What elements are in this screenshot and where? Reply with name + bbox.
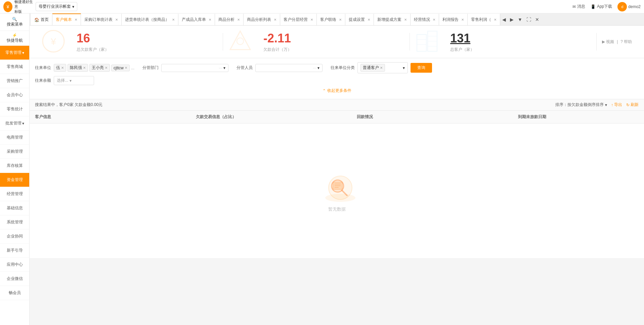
- video-link[interactable]: ▶ 视频: [602, 39, 614, 45]
- sidebar-item-member[interactable]: 会员中心: [0, 88, 29, 102]
- unit-tag-wu[interactable]: 伍 ✕: [54, 64, 66, 72]
- unit-tag-wu-close[interactable]: ✕: [61, 66, 64, 70]
- tab-close-propose-settings[interactable]: ✕: [368, 18, 370, 22]
- unit-tag-chen-close[interactable]: ✕: [83, 66, 86, 70]
- sidebar-item-label: 应用中心: [7, 262, 23, 267]
- sidebar-item-system[interactable]: 系统管理: [0, 215, 29, 229]
- tab-close-product-analysis[interactable]: ✕: [237, 18, 240, 22]
- tab-product-analysis[interactable]: 商品分析 ✕: [215, 13, 244, 25]
- tab-product-instock[interactable]: 产成品入库单 ✕: [178, 13, 215, 25]
- tab-fullscreen[interactable]: ⛶: [524, 17, 533, 22]
- sidebar-item-label: 畅会员: [9, 290, 21, 295]
- unit-type-select[interactable]: 普通客户 ✕ ▾: [357, 62, 408, 73]
- tab-close-product-instock[interactable]: ✕: [209, 18, 211, 22]
- message-action[interactable]: ✉ 消息: [572, 4, 585, 9]
- tab-close-retail-profit[interactable]: ✕: [494, 18, 497, 22]
- balance-select[interactable]: 选择... ▾: [54, 76, 94, 85]
- unit-type-tag-close[interactable]: ✕: [380, 66, 383, 70]
- chevron-down-icon-3: ▾: [403, 66, 405, 70]
- tab-new-propose[interactable]: 新增提成方案 ✕: [374, 13, 411, 25]
- sidebar-item-enterprise-wechat[interactable]: 企业微信: [0, 272, 29, 286]
- col-header-date: 到期未放款日期: [518, 114, 639, 120]
- sidebar-item-retail-mall[interactable]: 零售商城: [0, 60, 29, 74]
- sidebar-item-ecommerce[interactable]: 电商管理: [0, 131, 29, 145]
- sidebar-item-new-guide[interactable]: 新手引导: [0, 244, 29, 258]
- sidebar-item-wholesale[interactable]: 批发管理 ▾: [0, 116, 29, 131]
- sort-select[interactable]: 排序：按欠款金额倒序排序 ▾: [555, 102, 607, 108]
- balance-label: 往来余额: [35, 78, 51, 83]
- table-header: 客户信息 欠款交易信息（占比） 回款情况 到期未放款日期: [30, 111, 644, 123]
- unit-tag-wang[interactable]: 王小亮 ✕: [89, 64, 110, 72]
- dept-select[interactable]: ··· ▾: [161, 64, 228, 72]
- sidebar-item-basic-info[interactable]: 基础信息: [0, 201, 29, 215]
- tab-customer-tier[interactable]: 客户分层经营 ✕: [280, 13, 317, 25]
- tab-close-new-propose[interactable]: ✕: [404, 18, 407, 22]
- tab-nav-right[interactable]: ▶: [508, 17, 516, 22]
- tab-close-customer-book[interactable]: ✕: [75, 18, 77, 22]
- tab-home[interactable]: 🏠 首页: [31, 13, 52, 25]
- logo-text: 畅捷通好生意 标版: [14, 0, 33, 14]
- tab-propose-settings[interactable]: 提成设置 ✕: [345, 13, 374, 25]
- tab-profit-report[interactable]: 利润报告 ✕: [439, 13, 468, 25]
- data-table: 客户信息 欠款交易信息（占比） 回款情况 到期未放款日期: [30, 111, 644, 258]
- query-button[interactable]: 查询: [411, 63, 432, 73]
- workspace-selector[interactable]: 母婴行业演示帐套 ▾: [36, 2, 77, 11]
- tab-purchase-order-stats[interactable]: 采购订单统计表 ✕: [81, 13, 122, 25]
- home-icon: 🏠: [34, 17, 39, 22]
- message-icon: ✉: [572, 4, 576, 9]
- tab-close-customer-tier[interactable]: ✕: [310, 18, 313, 22]
- sidebar-item-retail[interactable]: 零售管理 ▾: [0, 46, 29, 60]
- unit-tags-more[interactable]: ...: [131, 66, 134, 70]
- user-area[interactable]: d demo2: [617, 2, 641, 11]
- sidebar-item-app-center[interactable]: 应用中心: [0, 258, 29, 272]
- content-area: 🏠 首页 客户账本 ✕ 采购订单统计表 ✕ 进货单统计表（按商品） ✕ 产成品入…: [30, 13, 644, 325]
- tab-close-profit-report[interactable]: ✕: [461, 18, 464, 22]
- person-select[interactable]: ··· ▾: [255, 64, 323, 72]
- unit-tag-cjttcw[interactable]: cjttcw ✕: [111, 65, 130, 71]
- unit-tag-cjttcw-close[interactable]: ✕: [125, 66, 127, 70]
- chevron-down-icon-2: ▾: [317, 66, 319, 70]
- sidebar-item-label: 采购管理: [7, 149, 23, 154]
- unit-type-tag-normal[interactable]: 普通客户 ✕: [360, 64, 385, 72]
- sidebar-item-inventory[interactable]: 库存核算: [0, 159, 29, 173]
- export-button[interactable]: ↑ 导出: [611, 102, 622, 108]
- sidebar-search[interactable]: 🔍 搜索菜单: [0, 13, 29, 31]
- sidebar-item-operations-mgmt[interactable]: 经营管理: [0, 187, 29, 201]
- sidebar-item-label: 基础信息: [7, 206, 23, 210]
- refresh-button[interactable]: ↻ 刷新: [626, 102, 639, 108]
- tab-close-operations[interactable]: ✕: [433, 18, 435, 22]
- sidebar-quicknav[interactable]: ⚡ 快捷导航: [0, 31, 29, 46]
- col-header-repayment: 回款情况: [357, 114, 518, 120]
- tab-retail-profit[interactable]: 零售利润（ ✕: [468, 13, 500, 25]
- more-icon-2: ···: [313, 66, 316, 70]
- tab-product-analysis-list[interactable]: 商品分析列表 ✕: [244, 13, 280, 25]
- tab-menu[interactable]: ▼: [516, 17, 524, 22]
- sidebar-item-enterprise-coop[interactable]: 企业协同: [0, 229, 29, 244]
- unit-tag-chen[interactable]: 陈民强 ✕: [68, 64, 88, 72]
- tab-close-product-analysis-list[interactable]: ✕: [274, 18, 276, 22]
- chevron-down-icon-4: ▾: [70, 78, 72, 83]
- sidebar-item-purchase[interactable]: 采购管理: [0, 145, 29, 159]
- help-link[interactable]: ? 帮助: [620, 39, 632, 45]
- app-download-action[interactable]: 📱 App下载: [591, 4, 612, 9]
- tab-close-all[interactable]: ✕: [533, 17, 541, 22]
- tab-instock-stats[interactable]: 进货单统计表（按商品） ✕: [122, 13, 178, 25]
- tab-close-purchase[interactable]: ✕: [115, 18, 118, 22]
- tab-nav-left[interactable]: ◀: [500, 17, 508, 22]
- sidebar-item-vip-member[interactable]: 畅会员: [0, 286, 29, 300]
- unit-tag-wang-close[interactable]: ✕: [105, 66, 108, 70]
- tab-close-customer-contact[interactable]: ✕: [339, 18, 342, 22]
- results-actions: 排序：按欠款金额倒序排序 ▾ ↑ 导出 ↻ 刷新: [555, 102, 639, 108]
- collapse-button[interactable]: ⌃ 收起更多条件: [323, 88, 351, 94]
- no-data-area: 暂无数据: [30, 123, 644, 258]
- tab-customer-contact[interactable]: 客户联络 ✕: [317, 13, 345, 25]
- tab-close-instock[interactable]: ✕: [172, 18, 175, 22]
- sidebar-item-retail-stats[interactable]: 零售统计: [0, 102, 29, 116]
- sidebar-item-finance[interactable]: 资金管理: [0, 173, 29, 187]
- tab-customer-book[interactable]: 客户账本 ✕: [52, 13, 81, 25]
- sidebar-item-label: 经营管理: [7, 191, 23, 196]
- sidebar-item-label: 会员中心: [7, 93, 23, 97]
- unit-tags: 伍 ✕ 陈民强 ✕ 王小亮 ✕: [54, 64, 134, 72]
- sidebar-item-marketing[interactable]: 营销推广: [0, 74, 29, 88]
- tab-operations[interactable]: 经营情况 ✕: [411, 13, 439, 25]
